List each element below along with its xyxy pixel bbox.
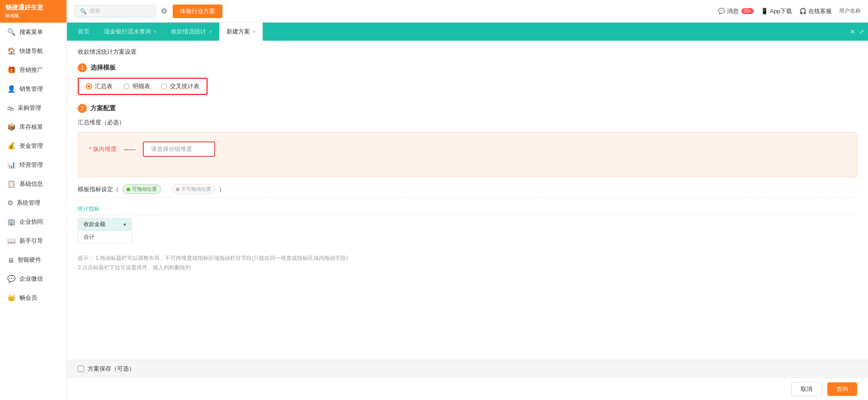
radio-summary[interactable]: 汇总表 [86, 82, 113, 90]
sidebar-item-marketing[interactable]: 🎁 营销推广 [0, 61, 66, 80]
sidebar-label-marketing: 营销推广 [19, 66, 43, 74]
tab-bank[interactable]: 现金银行流水查询 × [97, 23, 164, 41]
stats-col-label: 收款金额 [84, 221, 105, 228]
sidebar-item-inventory[interactable]: 📦 库存核算 [0, 118, 66, 136]
sidebar-label-inventory: 库存核算 [19, 123, 43, 131]
sidebar-item-basic[interactable]: 📋 基础信息 [0, 174, 66, 193]
radio-summary-circle [86, 83, 92, 89]
gray-dot [176, 188, 179, 191]
close-window-icon[interactable]: ✕ [850, 28, 855, 35]
cancel-button[interactable]: 取消 [791, 382, 822, 396]
sidebar-item-member[interactable]: 👑 畅会员 [0, 288, 66, 307]
step1-header: 1 选择模板 [78, 63, 857, 72]
settings-icon[interactable]: ⚙ [161, 7, 167, 15]
sidebar-label-finance: 资金管理 [19, 142, 43, 150]
step2-num: 2 [78, 104, 87, 113]
monitor-icon: 🖥 [7, 256, 14, 264]
tab-new-plan-close[interactable]: × [253, 29, 255, 34]
tab-stats[interactable]: 收款情况统计 × [164, 23, 219, 41]
step2-header: 2 方案配置 [78, 104, 857, 113]
sidebar-label-quick-nav: 快捷导航 [19, 47, 43, 55]
sidebar-item-operation[interactable]: 📊 经营管理 [0, 155, 66, 174]
metrics-label: 模板指标设定（ [78, 185, 119, 193]
message-icon: 💬 [718, 8, 725, 14]
sidebar-label-wechat: 企业微信 [19, 275, 43, 283]
dimension-row: * 纵向维度 —— 请选择分组维度 [89, 141, 846, 157]
step2-section: 2 方案配置 汇总维度（必选） * 纵向维度 —— 请选择分组维度 [78, 104, 857, 272]
sidebar-nav: 🔍 搜索菜单 🏠 快捷导航 🎁 营销推广 👤 销售管理 🛍 采购管理 📦 库存核… [0, 23, 66, 400]
message-badge: 99+ [741, 8, 754, 14]
radio-detail-label: 明细表 [132, 82, 150, 90]
page-title: 收款情况统计方案设置 [78, 48, 857, 56]
metrics-divider [78, 198, 857, 198]
sidebar-label-sales: 销售管理 [19, 85, 43, 93]
tabbar: 首页 现金银行流水查询 × 收款情况统计 × 新建方案 × ✕ ⤢ [67, 23, 868, 41]
stats-label: 统计指标 [78, 205, 857, 215]
dimension-required-label: 汇总维度（必选） [78, 118, 857, 127]
gift-icon: 🎁 [7, 66, 16, 74]
tab-new-plan-label: 新建方案 [226, 28, 250, 36]
service-label: 在线客服 [808, 7, 832, 15]
save-checkbox[interactable] [78, 366, 84, 372]
radio-detail[interactable]: 明细表 [123, 82, 150, 90]
sidebar-item-finance[interactable]: 💰 资金管理 [0, 136, 66, 155]
search-placeholder: 搜索 [90, 7, 100, 15]
template-options: 汇总表 明细表 交叉统计表 [78, 78, 208, 95]
topbar-search-box[interactable]: 🔍 搜索 [74, 5, 156, 17]
sidebar-label-member: 畅会员 [19, 294, 37, 302]
dimension-dropdown[interactable]: 请选择分组维度 [143, 141, 215, 157]
download-label: App下载 [770, 7, 792, 15]
green-dot [127, 188, 130, 191]
tab-bank-close[interactable]: × [154, 29, 156, 34]
save-area: 方案保存（可选） [67, 360, 868, 377]
fixed-label: 不可拖动位置 [181, 186, 211, 193]
username: 用户名称 [839, 7, 861, 15]
trial-button[interactable]: 体验行业方案 [173, 5, 222, 18]
sidebar-item-guide[interactable]: 📖 新手引导 [0, 231, 66, 250]
download-item[interactable]: 📱 App下载 [761, 7, 792, 15]
arrow-icon: —— [124, 146, 136, 153]
sidebar-label-system: 系统管理 [17, 199, 40, 207]
topbar: 🔍 搜索 ⚙ 体验行业方案 💬 消息 99+ 📱 App下载 🎧 在线客服 用户… [67, 0, 868, 23]
query-button[interactable]: 查询 [827, 382, 857, 396]
app-version: 标准版 [5, 13, 43, 19]
radio-cross[interactable]: 交叉统计表 [161, 82, 199, 90]
tab-new-plan[interactable]: 新建方案 × [219, 23, 263, 41]
tab-home-label: 首页 [78, 28, 90, 36]
tab-stats-label: 收款情况统计 [171, 28, 206, 36]
radio-summary-label: 汇总表 [95, 82, 113, 90]
maximize-icon[interactable]: ⤢ [859, 28, 864, 35]
sidebar-item-corp[interactable]: 🏢 企业协同 [0, 212, 66, 231]
step1-title: 选择模板 [90, 64, 116, 72]
sidebar-item-sales[interactable]: 👤 销售管理 [0, 80, 66, 99]
sidebar-label-guide: 新手引导 [19, 237, 43, 245]
message-label: 消息 [727, 7, 739, 15]
page-content: 收款情况统计方案设置 1 选择模板 汇总表 明细表 [67, 41, 868, 360]
sidebar-label-corp: 企业协同 [19, 218, 43, 226]
main-area: 🔍 搜索 ⚙ 体验行业方案 💬 消息 99+ 📱 App下载 🎧 在线客服 用户… [67, 0, 868, 400]
sidebar-label-basic: 基础信息 [19, 180, 43, 188]
dimension-placeholder: 请选择分组维度 [151, 146, 192, 152]
vertical-dimension-label: * 纵向维度 [89, 145, 117, 153]
service-item[interactable]: 🎧 在线客服 [799, 7, 832, 15]
tab-home[interactable]: 首页 [71, 23, 97, 41]
tab-stats-close[interactable]: × [209, 29, 212, 34]
content-area: 收款情况统计方案设置 1 选择模板 汇总表 明细表 [67, 41, 868, 400]
sidebar-item-quick-nav[interactable]: 🏠 快捷导航 [0, 42, 66, 61]
app-name: 畅捷通好生意 [5, 4, 43, 12]
sidebar-item-purchase[interactable]: 🛍 采购管理 [0, 99, 66, 118]
sidebar-item-hardware[interactable]: 🖥 智能硬件 [0, 250, 66, 269]
message-item[interactable]: 💬 消息 99+ [718, 7, 754, 15]
chart-icon: 📊 [7, 161, 16, 169]
stats-table-header[interactable]: 收款金额 ▾ [78, 218, 132, 231]
stats-dropdown-icon[interactable]: ▾ [123, 221, 126, 228]
tip-1: 提示： 1.拖动标题栏可以调整布局，不可跨维度或指标区域拖动栏目字段(只能在同一… [78, 254, 857, 262]
sidebar-label-hardware: 智能硬件 [18, 256, 41, 264]
action-bar: 取消 查询 [67, 377, 868, 400]
step1-num: 1 [78, 63, 87, 72]
tip-2: 2.点击标题栏下拉可设置排序、插入列和删除列 [78, 264, 857, 272]
sidebar-item-wechat[interactable]: 💬 企业微信 [0, 269, 66, 288]
tab-window-actions: ✕ ⤢ [850, 28, 864, 35]
sidebar-item-search[interactable]: 🔍 搜索菜单 [0, 23, 66, 42]
sidebar-item-system[interactable]: ⚙ 系统管理 [0, 193, 66, 212]
